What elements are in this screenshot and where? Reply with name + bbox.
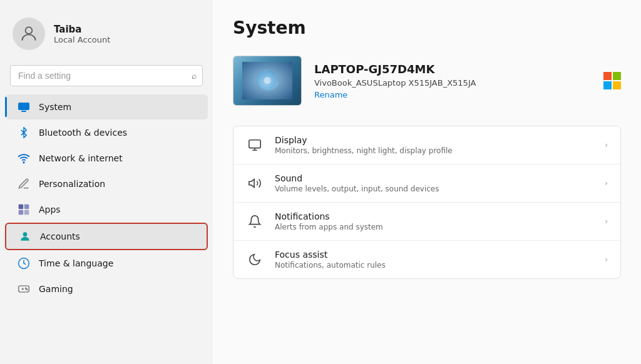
sidebar-item-gaming[interactable]: Gaming [5, 276, 208, 301]
device-card: LAPTOP-GJ57D4MK VivoBook_ASUSLaptop X515… [233, 51, 621, 111]
user-info: Taiba Local Account [54, 24, 110, 44]
setting-item-notifications[interactable]: Notifications Alerts from apps and syste… [233, 203, 620, 241]
svg-point-22 [264, 77, 270, 84]
setting-item-focus-assist[interactable]: Focus assist Notifications, automatic ru… [233, 241, 620, 278]
sidebar-item-apps[interactable]: Apps [5, 197, 208, 222]
sound-chevron: › [605, 179, 608, 188]
display-desc: Monitors, brightness, night light, displ… [275, 146, 453, 155]
system-icon [18, 101, 30, 113]
svg-rect-1 [18, 103, 29, 110]
setting-item-display[interactable]: Display Monitors, brightness, night ligh… [233, 126, 620, 164]
svg-point-14 [26, 289, 28, 290]
device-name: LAPTOP-GJ57D4MK [314, 63, 476, 76]
sidebar-item-bluetooth[interactable]: Bluetooth & devices [5, 120, 208, 145]
time-icon [18, 257, 30, 270]
sidebar-item-time-label: Time & language [39, 258, 113, 268]
focus-assist-chevron: › [605, 255, 608, 264]
page-title: System [233, 18, 621, 38]
display-icon [246, 136, 264, 154]
notifications-title: Notifications [275, 211, 383, 221]
sound-title: Sound [275, 173, 439, 183]
display-title: Display [275, 135, 453, 145]
svg-rect-5 [24, 205, 29, 210]
nav-list: System Bluetooth & devices Network & int… [0, 94, 213, 356]
display-text: Display Monitors, brightness, night ligh… [275, 135, 453, 155]
sidebar-item-accounts[interactable]: Accounts [5, 223, 208, 250]
personalization-icon [18, 178, 30, 190]
sound-desc: Volume levels, output, input, sound devi… [275, 185, 439, 193]
sidebar-item-personalization-label: Personalization [39, 179, 105, 189]
focus-assist-text: Focus assist Notifications, automatic ru… [275, 250, 386, 270]
sidebar-item-apps-label: Apps [39, 205, 61, 215]
user-account-type: Local Account [54, 35, 110, 44]
main-content: System [213, 0, 641, 364]
active-indicator [5, 97, 7, 117]
sound-text: Sound Volume levels, output, input, soun… [275, 173, 439, 193]
sidebar-item-network[interactable]: Network & internet [5, 146, 208, 171]
microsoft-logo [603, 72, 621, 89]
avatar [13, 18, 45, 50]
ms-logo-red [603, 72, 612, 80]
sidebar-item-bluetooth-label: Bluetooth & devices [39, 128, 127, 138]
focus-assist-icon [246, 251, 264, 268]
ms-logo-yellow [613, 81, 621, 89]
notifications-icon [246, 213, 264, 230]
sidebar-item-personalization[interactable]: Personalization [5, 171, 208, 196]
svg-rect-7 [24, 210, 29, 215]
sidebar-item-network-label: Network & internet [39, 153, 123, 163]
notifications-chevron: › [605, 217, 608, 226]
ms-logo-blue [603, 81, 612, 89]
device-info: LAPTOP-GJ57D4MK VivoBook_ASUSLaptop X515… [314, 63, 476, 99]
network-icon [18, 152, 30, 164]
svg-point-8 [23, 232, 28, 236]
svg-marker-26 [249, 179, 254, 188]
sound-icon [246, 174, 264, 192]
setting-item-sound[interactable]: Sound Volume levels, output, input, soun… [233, 164, 620, 203]
rename-link[interactable]: Rename [314, 90, 476, 99]
svg-rect-2 [21, 111, 26, 112]
sidebar-item-accounts-label: Accounts [40, 231, 80, 241]
user-profile: Taiba Local Account [0, 8, 213, 63]
svg-point-0 [26, 27, 33, 34]
bluetooth-icon [18, 126, 30, 139]
sidebar-item-gaming-label: Gaming [39, 284, 73, 294]
sidebar-item-system-label: System [39, 102, 71, 112]
focus-assist-title: Focus assist [275, 250, 386, 260]
user-name: Taiba [54, 24, 110, 35]
sidebar: Taiba Local Account ⌕ System [0, 0, 213, 364]
device-thumbnail [233, 56, 302, 106]
svg-rect-4 [19, 205, 24, 210]
apps-icon [18, 203, 30, 216]
svg-rect-6 [19, 210, 24, 215]
notifications-desc: Alerts from apps and system [275, 223, 383, 231]
notifications-text: Notifications Alerts from apps and syste… [275, 211, 383, 231]
accounts-icon [19, 230, 31, 243]
display-chevron: › [605, 141, 608, 149]
gaming-icon [18, 283, 30, 295]
sidebar-item-system[interactable]: System [5, 94, 208, 119]
svg-rect-23 [249, 140, 260, 148]
sidebar-item-time[interactable]: Time & language [5, 251, 208, 276]
settings-list: Display Monitors, brightness, night ligh… [233, 126, 621, 279]
search-box: ⌕ [10, 65, 203, 86]
search-input[interactable] [10, 65, 203, 86]
device-model: VivoBook_ASUSLaptop X515JAB_X515JA [314, 78, 476, 88]
svg-point-3 [23, 162, 24, 163]
ms-logo-green [613, 72, 621, 80]
focus-assist-desc: Notifications, automatic rules [275, 261, 386, 270]
